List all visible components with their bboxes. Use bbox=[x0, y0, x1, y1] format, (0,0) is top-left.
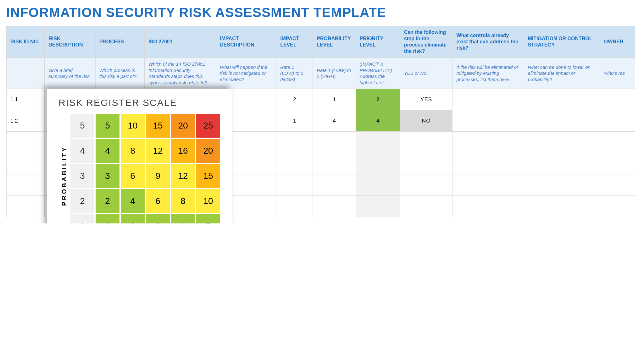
hint-priority: (IMPACT X PROBABILITY) Address the highe… bbox=[356, 58, 400, 89]
matrix-cell: 25 bbox=[196, 113, 221, 138]
cell-owner[interactable] bbox=[600, 153, 635, 174]
cell-eliminate[interactable]: YES bbox=[400, 89, 452, 110]
cell-owner[interactable] bbox=[600, 110, 635, 132]
matrix-cell: 2 bbox=[120, 214, 145, 223]
hint-eliminate: YES or NO bbox=[400, 58, 452, 89]
cell-priority[interactable] bbox=[356, 153, 400, 174]
cell-risk-id[interactable]: 1.1 bbox=[7, 89, 45, 110]
hint-mitigation: What can be done to lower or eliminate t… bbox=[524, 58, 600, 89]
cell-impact-level[interactable] bbox=[276, 132, 313, 153]
cell-prob-level[interactable] bbox=[313, 153, 356, 174]
cell-priority[interactable] bbox=[356, 174, 400, 196]
col-iso: ISO 27001 bbox=[145, 26, 216, 58]
matrix-cell: 10 bbox=[120, 113, 145, 138]
cell-prob-level[interactable]: 1 bbox=[313, 89, 356, 110]
cell-owner[interactable] bbox=[600, 196, 635, 217]
cell-priority[interactable] bbox=[356, 132, 400, 153]
cell-priority[interactable]: 2 bbox=[356, 89, 400, 110]
page-title: INFORMATION SECURITY RISK ASSESSMENT TEM… bbox=[6, 5, 644, 20]
cell-eliminate[interactable]: NO bbox=[400, 110, 452, 132]
cell-controls[interactable] bbox=[452, 132, 524, 153]
cell-controls[interactable] bbox=[452, 174, 524, 196]
matrix-cell: 2 bbox=[95, 189, 120, 214]
cell-controls[interactable] bbox=[452, 153, 524, 174]
risk-matrix-card: RISK REGISTER SCALE PROBABILITY551015202… bbox=[47, 89, 232, 223]
cell-controls[interactable] bbox=[452, 196, 524, 217]
cell-controls[interactable] bbox=[452, 89, 524, 110]
matrix-cell: 20 bbox=[196, 138, 221, 163]
table-header-row: RISK ID NO. RISK DESCRIPTION PROCESS ISO… bbox=[7, 26, 635, 58]
main-content: RISK ID NO. RISK DESCRIPTION PROCESS ISO… bbox=[6, 26, 644, 217]
col-mitigation: MITIGATION OR CONTROL STRATEGY bbox=[524, 26, 600, 58]
matrix-prob-label: 2 bbox=[70, 189, 95, 214]
cell-impact-level[interactable] bbox=[276, 174, 313, 196]
cell-risk-id[interactable] bbox=[7, 196, 45, 217]
cell-mitigation[interactable] bbox=[524, 153, 600, 174]
cell-owner[interactable] bbox=[600, 132, 635, 153]
col-eliminate: Can the following step in the process el… bbox=[400, 26, 452, 58]
cell-eliminate[interactable] bbox=[400, 132, 452, 153]
cell-owner[interactable] bbox=[600, 174, 635, 196]
col-process: PROCESS bbox=[95, 26, 144, 58]
matrix-cell: 5 bbox=[196, 214, 221, 223]
matrix-cell: 15 bbox=[145, 113, 170, 138]
cell-mitigation[interactable] bbox=[524, 132, 600, 153]
risk-matrix-grid: PROBABILITY55101520254481216203369121522… bbox=[58, 113, 221, 223]
cell-impact-level[interactable] bbox=[276, 196, 313, 217]
cell-risk-id[interactable] bbox=[7, 174, 45, 196]
matrix-cell: 6 bbox=[120, 163, 145, 189]
cell-prob-level[interactable]: 4 bbox=[313, 110, 356, 132]
cell-impact-level[interactable]: 2 bbox=[276, 89, 313, 110]
cell-priority[interactable] bbox=[356, 196, 400, 217]
cell-risk-id[interactable] bbox=[7, 132, 45, 153]
cell-impact-level[interactable]: 1 bbox=[276, 110, 313, 132]
cell-impact-level[interactable] bbox=[276, 153, 313, 174]
matrix-cell: 20 bbox=[170, 113, 196, 138]
cell-risk-id[interactable] bbox=[7, 153, 45, 174]
table-hints-row: Give a brief summary of the risk. Which … bbox=[7, 58, 635, 89]
col-prob-level: PROBABILITY LEVEL bbox=[313, 26, 356, 58]
cell-mitigation[interactable] bbox=[524, 89, 600, 110]
cell-controls[interactable] bbox=[452, 110, 524, 132]
matrix-cell: 8 bbox=[170, 189, 196, 214]
hint-impact-desc: What will happen if the risk is not miti… bbox=[216, 58, 276, 89]
col-owner: OWNER bbox=[600, 26, 635, 58]
matrix-cell: 16 bbox=[170, 138, 196, 163]
matrix-cell: 10 bbox=[196, 189, 221, 214]
hint-iso: Which of the 14 ISO 27001 Information Se… bbox=[145, 58, 216, 89]
cell-mitigation[interactable] bbox=[524, 110, 600, 132]
hint-prob-level: Rate 1 (LOW) to 5 (HIGH) bbox=[313, 58, 356, 89]
cell-priority[interactable]: 4 bbox=[356, 110, 400, 132]
hint-risk-id bbox=[7, 58, 45, 89]
matrix-cell: 4 bbox=[170, 214, 196, 223]
cell-mitigation[interactable] bbox=[524, 196, 600, 217]
matrix-cell: 15 bbox=[196, 163, 221, 189]
matrix-cell: 3 bbox=[95, 163, 120, 189]
hint-description: Give a brief summary of the risk. bbox=[45, 58, 96, 89]
hint-owner: Who's res bbox=[600, 58, 635, 89]
matrix-cell: 12 bbox=[145, 138, 170, 163]
matrix-cell: 6 bbox=[145, 189, 170, 214]
cell-prob-level[interactable] bbox=[313, 196, 356, 217]
cell-eliminate[interactable] bbox=[400, 174, 452, 196]
cell-prob-level[interactable] bbox=[313, 132, 356, 153]
cell-eliminate[interactable] bbox=[400, 196, 452, 217]
cell-prob-level[interactable] bbox=[313, 174, 356, 196]
cell-risk-id[interactable]: 1.2 bbox=[7, 110, 45, 132]
col-impact-level: IMPACT LEVEL bbox=[276, 26, 313, 58]
matrix-prob-label: 4 bbox=[70, 138, 95, 163]
matrix-title: RISK REGISTER SCALE bbox=[58, 97, 221, 108]
col-priority: PRIORITY LEVEL bbox=[356, 26, 400, 58]
cell-mitigation[interactable] bbox=[524, 174, 600, 196]
matrix-cell: 12 bbox=[170, 163, 196, 189]
matrix-cell: 4 bbox=[95, 138, 120, 163]
hint-impact-level: Rate 1 (LOW) to 5 (HIGH) bbox=[276, 58, 313, 89]
matrix-cell: 5 bbox=[95, 113, 120, 138]
col-controls: What controls already exist that can add… bbox=[452, 26, 524, 58]
hint-controls: If the risk will be eliminated or mitiga… bbox=[452, 58, 524, 89]
col-impact-desc: IMPACT DESCRIPTION bbox=[216, 26, 276, 58]
cell-owner[interactable] bbox=[600, 89, 635, 110]
cell-eliminate[interactable] bbox=[400, 153, 452, 174]
hint-process: Which process is this risk a part of? bbox=[95, 58, 144, 89]
matrix-prob-label: 3 bbox=[70, 163, 95, 189]
